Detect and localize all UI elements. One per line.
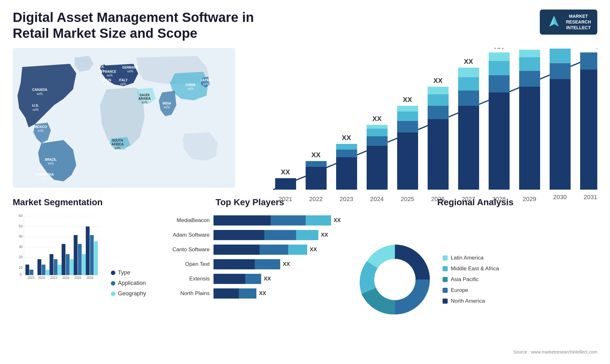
player-value-northplains: XX [259,290,266,297]
page-title: Digital Asset Management Software in Ret… [13,10,267,42]
svg-text:2031: 2031 [584,194,597,200]
svg-rect-61 [428,119,449,190]
svg-text:xx%: xx% [127,70,133,73]
svg-text:xx%: xx% [188,87,194,91]
player-bar-opentext: XX [214,259,341,269]
svg-text:2021: 2021 [279,196,292,202]
svg-rect-68 [458,91,479,106]
svg-text:xx%: xx% [203,82,209,86]
regional-dot-na [443,299,448,304]
svg-rect-120 [62,244,65,275]
player-value-extensis: XX [264,276,271,282]
player-row-canto: Canto Software XX [159,245,341,255]
svg-rect-85 [550,79,571,190]
svg-rect-45 [336,150,357,157]
svg-rect-82 [519,50,540,57]
map-svg: CANADA xx% U.S. xx% MEXICO xx% BRAZIL xx… [13,48,235,188]
top-section: CANADA xx% U.S. xx% MEXICO xx% BRAZIL xx… [13,48,597,188]
svg-rect-69 [458,77,479,91]
svg-rect-110 [30,270,33,275]
svg-rect-80 [519,71,540,86]
player-value-mediabeacon: XX [334,217,341,224]
svg-text:CHINA: CHINA [186,83,196,87]
svg-text:SOUTH: SOUTH [112,139,123,142]
svg-rect-46 [336,144,357,150]
svg-rect-55 [397,132,418,190]
svg-text:FRANCE: FRANCE [103,70,116,73]
regional-label-apac: Asia Pacific [451,276,479,283]
svg-rect-40 [306,167,327,190]
legend-item-geo: Geography [111,290,146,297]
logo-text: MARKET RESEARCH INTELLECT [566,13,591,31]
svg-text:XX: XX [566,48,575,48]
player-name-canto: Canto Software [159,246,210,253]
regional-dot-apac [443,277,448,282]
svg-rect-90 [580,70,597,190]
svg-text:2021: 2021 [28,276,35,280]
svg-rect-52 [367,125,388,129]
svg-rect-37 [275,178,296,190]
players-bars: MediaBeacon XX Adam Software [159,212,341,302]
segmentation-svg: 60 50 40 30 20 10 0 [13,212,102,282]
player-row-northplains: North Plains XX [159,288,341,299]
svg-rect-122 [70,259,74,275]
player-bar-mediabeacon: XX [214,215,341,226]
svg-text:xx%: xx% [164,105,170,109]
svg-text:MEXICO: MEXICO [34,125,47,129]
regional-dot-latin [443,255,448,260]
svg-text:CANADA: CANADA [32,88,47,91]
svg-rect-79 [519,87,540,190]
svg-text:XX: XX [311,151,321,159]
svg-text:2022: 2022 [38,276,45,280]
player-row-opentext: Open Text XX [159,259,341,269]
svg-text:xx%: xx% [42,177,48,180]
svg-rect-56 [397,121,418,132]
regional-section: Regional Analysis [354,197,597,354]
svg-rect-117 [54,259,58,275]
player-name-northplains: North Plains [159,290,210,297]
svg-text:2026: 2026 [86,276,94,280]
legend-dot-app [111,281,115,286]
legend-item-type: Type [111,269,146,276]
main-container: Digital Asset Management Software in Ret… [0,0,610,364]
svg-rect-124 [74,235,78,275]
player-value-canto: XX [310,246,317,253]
svg-text:xx%: xx% [33,108,39,111]
svg-text:ARGENTINA: ARGENTINA [35,173,54,176]
logo-icon [546,14,562,30]
player-bar-adam: XX [214,230,341,240]
svg-rect-62 [428,106,449,119]
svg-text:20: 20 [19,255,23,259]
regional-dot-mea [443,266,448,271]
svg-text:2028: 2028 [492,196,506,202]
svg-text:JAPAN: JAPAN [200,78,211,82]
growth-bar-chart: XX 2021 XX 2022 XX 2023 [248,48,597,188]
svg-text:XX: XX [342,134,351,142]
svg-rect-64 [428,87,449,94]
donut-chart [354,238,436,321]
svg-text:2027: 2027 [462,196,475,202]
svg-rect-74 [489,75,510,92]
svg-text:2029: 2029 [523,196,536,202]
svg-rect-112 [37,259,41,275]
svg-text:2024: 2024 [370,196,384,202]
svg-rect-130 [94,241,98,275]
svg-text:SAUDI: SAUDI [139,93,149,97]
svg-text:XX: XX [433,77,443,84]
svg-rect-49 [367,146,388,190]
svg-rect-63 [428,94,449,106]
svg-rect-129 [90,235,94,275]
svg-text:xx%: xx% [37,92,43,96]
logo: MARKET RESEARCH INTELLECT [540,10,597,35]
svg-rect-116 [50,254,53,275]
svg-text:40: 40 [19,234,23,238]
svg-text:XX: XX [372,115,382,123]
svg-rect-126 [82,254,86,275]
svg-rect-118 [58,265,62,275]
legend-label-app: Application [118,280,146,286]
svg-rect-76 [489,52,510,61]
bottom-section: Market Segmentation 60 50 40 30 20 10 0 [13,197,597,354]
player-bar-northplains: XX [214,288,341,299]
segmentation-title: Market Segmentation [13,197,146,207]
segmentation-chart-area: 60 50 40 30 20 10 0 [13,212,146,354]
